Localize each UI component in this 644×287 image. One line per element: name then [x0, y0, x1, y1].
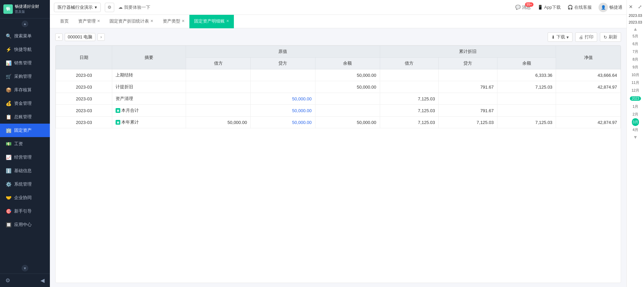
month-item[interactable]: 7月 — [631, 48, 640, 56]
collapse-sidebar-icon[interactable]: ◀ — [40, 277, 44, 284]
col-header-accum-dep: 累计折旧 — [380, 46, 556, 58]
close-tab-asset-mgmt-icon[interactable]: ✕ — [97, 19, 100, 23]
prev-icon: ‹ — [58, 35, 60, 39]
month-item[interactable]: 5月 — [631, 32, 640, 40]
col-sub-orig-debit: 借方 — [186, 58, 251, 69]
app-download-button[interactable]: 📱 App下载 — [538, 4, 561, 10]
sidebar-item-ledger[interactable]: 📋 总账管理 — [0, 110, 50, 124]
service-icon: 🎧 — [568, 5, 573, 10]
tab-asset-type[interactable]: 资产类型 ✕ — [158, 15, 189, 28]
col-header-summary: 摘要 — [112, 46, 186, 69]
project-selector[interactable]: 医疗器械行业演示 ▾ — [54, 3, 101, 12]
month-item[interactable]: 1月 — [632, 103, 639, 110]
sidebar-item-apps[interactable]: 🔲 应用中心 — [0, 218, 50, 231]
gear-icon: ⚙ — [108, 5, 112, 10]
main-content: 医疗器械行业演示 ▾ ⚙ ☁ 我要体验一下 💬 消息 99+ 📱 App下载 🎧… — [50, 0, 626, 287]
sidebar-scroll-down[interactable]: ▼ — [22, 265, 28, 272]
year-badge[interactable]: 2023 — [630, 96, 641, 101]
tab-asset-mgmt[interactable]: 资产管理 ✕ — [73, 15, 105, 28]
sidebar-item-sales[interactable]: 📊 销售管理 — [0, 56, 50, 70]
asset-navigation: ‹ 000001 电脑 › — [55, 33, 105, 41]
fixed-assets-icon: 🏢 — [5, 128, 11, 133]
data-table: 日期 摘要 原值 累计折旧 净值 借方 贷方 余额 借方 贷方 余额 — [55, 45, 621, 283]
action-buttons: ⬇ 下载 ▾ 🖨 打印 ↻ 刷新 — [548, 32, 621, 42]
sidebar-item-finance[interactable]: 💰 资金管理 — [0, 97, 50, 110]
settings-bottom-icon[interactable]: ⚙ — [5, 277, 10, 284]
guide-icon: 🎯 — [5, 209, 11, 214]
close-panel-icon[interactable]: ✕ — [629, 4, 633, 9]
print-icon: 🖨 — [579, 35, 583, 40]
sidebar-logo: 畅 畅捷通好业财 普及版 — [0, 0, 50, 19]
tab-asset-detail[interactable]: 固定资产明细账 ✕ — [189, 15, 234, 28]
month-item[interactable]: 8月 — [631, 56, 640, 63]
expand-panel-icon[interactable]: ⤢ — [638, 4, 642, 9]
topbar: 医疗器械行业演示 ▾ ⚙ ☁ 我要体验一下 💬 消息 99+ 📱 App下载 🎧… — [50, 0, 626, 15]
year-period-label2[interactable]: 2023.03 — [628, 19, 643, 26]
sidebar-item-quick-nav[interactable]: ⚡ 快捷导航 — [0, 43, 50, 56]
messages-button[interactable]: 💬 消息 99+ — [515, 4, 531, 10]
experience-button[interactable]: ☁ 我要体验一下 — [118, 4, 150, 10]
row-tag: ▣ 本月合计 — [116, 107, 139, 114]
month-scroll-up-icon[interactable]: ▲ — [632, 25, 639, 33]
month-item[interactable]: 3月 — [632, 118, 639, 126]
sidebar-item-payroll[interactable]: 💵 工资 — [0, 137, 50, 151]
avatar: 👤 — [599, 3, 608, 12]
asset-code-display: 000001 电脑 — [65, 33, 95, 41]
table-row: 2023-03▣ 本年累计50,000.0050,000.0050,000.00… — [56, 117, 621, 128]
close-tab-asset-detail-icon[interactable]: ✕ — [226, 19, 229, 23]
print-button[interactable]: 🖨 打印 — [575, 32, 597, 42]
sidebar-item-purchase[interactable]: 🛒 采购管理 — [0, 70, 50, 83]
sidebar-item-collab[interactable]: 🤝 企业协同 — [0, 191, 50, 204]
finance-icon: 💰 — [5, 101, 11, 106]
customer-service-button[interactable]: 🎧 在线客服 — [568, 4, 592, 10]
topbar-settings-button[interactable]: ⚙ — [105, 3, 114, 12]
table-row: 2023-03计提折旧50,000.00791.677,125.0342,874… — [56, 81, 621, 93]
apps-icon: 🔲 — [5, 222, 11, 227]
year-period-label[interactable]: 2023.03 — [628, 12, 643, 19]
side-panel: ✕ ⤢ 2023.03 2023.03 ▲ 5月6月7月8月9月10月11月12… — [626, 0, 644, 287]
tab-depreciation-stat[interactable]: 固定资产折旧统计表 ✕ — [105, 15, 158, 28]
payroll-icon: 💵 — [5, 141, 11, 147]
col-sub-accum-debit: 借方 — [380, 58, 438, 69]
month-item[interactable]: 10月 — [631, 71, 640, 79]
close-tab-depreciation-icon[interactable]: ✕ — [150, 19, 153, 23]
col-header-orig-value: 原值 — [186, 46, 380, 58]
topbar-right: 💬 消息 99+ 📱 App下载 🎧 在线客服 👤 畅捷通 — [515, 3, 622, 12]
tag-green-icon: ▣ — [116, 108, 120, 113]
operations-icon: 📈 — [5, 155, 11, 160]
month-item[interactable]: 9月 — [631, 63, 640, 71]
sidebar-scroll-up[interactable]: ▲ — [22, 21, 28, 27]
sidebar-item-system[interactable]: ⚙️ 系统管理 — [0, 178, 50, 191]
search-icon: 🔍 — [5, 33, 11, 39]
row-tag: ▣ 本年累计 — [116, 119, 139, 125]
month-item[interactable]: 4月 — [632, 126, 639, 134]
month-scroll-down-icon[interactable]: ▼ — [632, 133, 639, 141]
tabs-bar: 首页 资产管理 ✕ 固定资产折旧统计表 ✕ 资产类型 ✕ 固定资产明细账 ✕ — [50, 15, 626, 28]
message-icon: 💬 — [515, 5, 521, 10]
sidebar-item-inventory[interactable]: 📦 库存核算 — [0, 83, 50, 97]
month-item[interactable]: 2月 — [632, 110, 639, 118]
col-sub-accum-balance: 余额 — [497, 58, 556, 69]
month-item[interactable]: 6月 — [631, 40, 640, 48]
tab-home[interactable]: 首页 — [55, 15, 73, 28]
prev-asset-button[interactable]: ‹ — [55, 33, 63, 41]
side-panel-controls: ✕ ⤢ — [627, 1, 644, 12]
sidebar-item-guide[interactable]: 🎯 新手引导 — [0, 204, 50, 218]
user-profile-button[interactable]: 👤 畅捷通 — [599, 3, 622, 12]
months-upper-list: 5月6月7月8月9月10月11月12月 — [631, 32, 640, 94]
sidebar-item-basic-info[interactable]: ℹ️ 基础信息 — [0, 164, 50, 178]
close-tab-asset-type-icon[interactable]: ✕ — [182, 19, 185, 23]
next-icon: › — [100, 35, 102, 39]
refresh-button[interactable]: ↻ 刷新 — [600, 32, 621, 42]
download-button[interactable]: ⬇ 下载 ▾ — [548, 32, 573, 42]
sidebar-item-operations[interactable]: 📈 经营管理 — [0, 151, 50, 164]
month-item[interactable]: 11月 — [631, 79, 640, 87]
next-asset-button[interactable]: › — [97, 33, 105, 41]
tag-green-icon: ▣ — [116, 120, 120, 125]
col-sub-accum-credit: 贷方 — [438, 58, 497, 69]
sidebar-item-search[interactable]: 🔍 搜索菜单 — [0, 29, 50, 43]
month-item[interactable]: 12月 — [631, 87, 640, 94]
sidebar-item-fixed-assets[interactable]: 🏢 固定资产 — [0, 124, 50, 137]
col-sub-orig-credit: 贷方 — [250, 58, 315, 69]
system-icon: ⚙️ — [5, 182, 11, 187]
